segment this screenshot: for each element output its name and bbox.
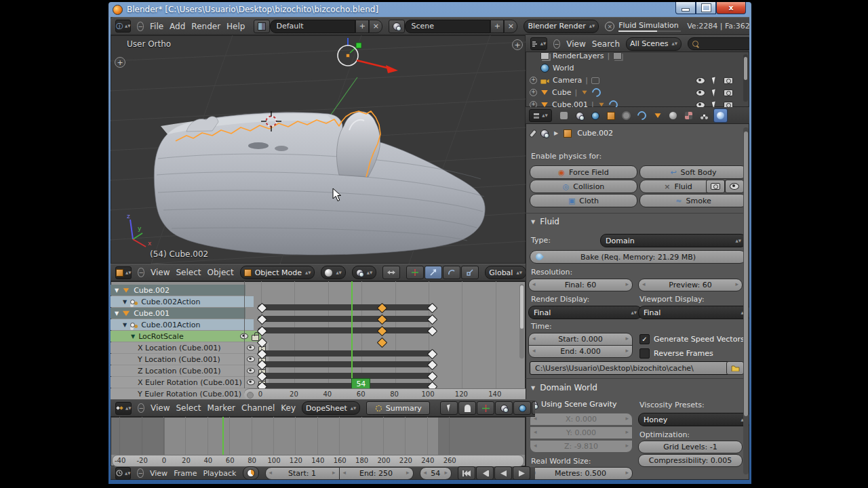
pivot-align-toggle[interactable] (382, 266, 400, 279)
channel-object[interactable]: ▼ Cube.002 (111, 285, 245, 296)
renderable-camera-icon[interactable] (724, 77, 733, 84)
menu-select[interactable]: Select (176, 268, 201, 277)
scene-icon[interactable] (389, 20, 405, 33)
play-button[interactable] (513, 466, 530, 480)
selectable-arrow-icon[interactable] (712, 89, 717, 96)
scene-field[interactable]: Scene (405, 20, 490, 33)
previous-keyframe-button[interactable] (476, 466, 494, 480)
visibility-eye-icon[interactable] (696, 77, 705, 84)
add-scene-button[interactable]: + (490, 20, 504, 33)
tab-scene[interactable] (573, 109, 586, 122)
channel-action[interactable]: ▼ Cube.002Action (111, 296, 254, 307)
filter-world-button[interactable] (513, 401, 531, 415)
editor-type-button-3dview[interactable]: ▲▼ (115, 266, 132, 279)
selectable-arrow-icon[interactable] (712, 101, 717, 107)
keyframe-range-bar[interactable] (258, 304, 435, 310)
renderable-camera-icon[interactable] (724, 89, 733, 96)
menu-select[interactable]: Select (176, 403, 201, 413)
metres-slider[interactable]: ◂Metres: 0.500▸ (528, 467, 633, 480)
tab-object[interactable] (604, 109, 617, 122)
cancel-job-button[interactable]: × (605, 22, 614, 31)
menu-file[interactable]: File (150, 22, 163, 31)
dopesheet-mode-dropdown[interactable]: DopeSheet▲▼ (302, 401, 360, 415)
viewport-3d[interactable]: z y x User Ortho (54) Cube.002 + + (111, 35, 526, 264)
tab-render[interactable] (557, 109, 570, 122)
visibility-eye-icon[interactable] (696, 89, 705, 96)
editor-type-button-outliner[interactable]: ▲▼ (530, 37, 547, 50)
keyframe-range-bar[interactable] (258, 327, 435, 333)
menu-view[interactable]: View (151, 268, 170, 277)
orientation-dropdown[interactable]: Global ▲▼ (485, 266, 526, 279)
current-frame-line[interactable] (222, 417, 224, 455)
tab-material[interactable] (667, 109, 679, 122)
tab-world[interactable] (589, 109, 601, 122)
dopesheet-scrollbar[interactable] (519, 284, 524, 359)
reverse-frames-checkbox[interactable] (639, 348, 650, 359)
screen-layout-field[interactable]: Default (270, 20, 355, 33)
toolbar-expand-icon[interactable]: + (115, 57, 125, 68)
speed-vectors-checkbox[interactable]: ✓ (639, 334, 650, 344)
keyframe-range-bar[interactable] (258, 361, 435, 367)
properties-scrollbar[interactable] (743, 127, 749, 474)
record-button[interactable] (243, 466, 259, 480)
ghost-button[interactable] (458, 401, 476, 415)
screen-layout-icon[interactable] (254, 20, 270, 33)
menu-search[interactable]: Search (592, 39, 620, 49)
summary-toggle[interactable]: Summary (366, 401, 430, 415)
compressibility-slider[interactable]: Compressibility: 0.005 (638, 454, 743, 467)
menu-render[interactable]: Render (191, 22, 220, 31)
browse-folder-button[interactable] (726, 361, 744, 375)
keyframe[interactable] (256, 337, 267, 348)
menu-view[interactable]: View (150, 469, 167, 478)
menu-add[interactable]: Add (170, 22, 185, 31)
tab-modifiers[interactable] (635, 109, 648, 122)
tab-physics[interactable] (713, 108, 728, 123)
pivot-dropdown[interactable]: ▲▼ (352, 266, 376, 279)
current-frame-line[interactable] (351, 281, 353, 388)
minimize-button[interactable] (675, 2, 696, 14)
jump-to-start-button[interactable] (458, 466, 475, 480)
keyframe-range-bar[interactable] (258, 316, 435, 322)
preview-resolution-slider[interactable]: ◂Preview: 60▸ (638, 279, 743, 291)
end-frame-field[interactable]: ◂End: 250▸ (340, 467, 414, 480)
manipulator-axis-button[interactable] (406, 266, 424, 279)
time-start-slider[interactable]: ◂Start: 0.000▸ (528, 333, 633, 346)
timeline-frame-ruler[interactable]: -40-200204060801001201401601802002202402… (112, 455, 524, 466)
window-titlebar[interactable]: Blender* [C:\Users\Usuario\Desktop\bizoc… (108, 2, 751, 17)
keyframe-selected[interactable] (377, 337, 388, 348)
domain-world-panel-header[interactable]: ▼ Domain World (531, 383, 597, 392)
editor-type-button-timeline[interactable]: ▲▼ (115, 467, 131, 480)
add-layout-button[interactable]: + (355, 20, 369, 33)
filter-screen-button[interactable] (532, 401, 535, 415)
time-end-slider[interactable]: ◂End: 4.000▸ (528, 345, 633, 358)
menu-channel[interactable]: Channel (241, 403, 275, 413)
outliner-search-input[interactable] (688, 37, 749, 50)
play-reverse-button[interactable] (494, 466, 512, 480)
fluid-type-dropdown[interactable]: Domain ▲▼ (600, 234, 747, 247)
fluid-button[interactable]: × Fluid (639, 180, 717, 193)
menu-playback[interactable]: Playback (203, 469, 236, 478)
timeline-editor[interactable]: -40-200204060801001201401601802002202402… (111, 417, 526, 466)
fluid-visibility-toggle[interactable] (725, 180, 744, 193)
manipulator-rotate-button[interactable] (443, 266, 460, 279)
collapse-menus-button[interactable]: − (553, 39, 561, 49)
force-field-button[interactable]: ◉ Force Field (530, 165, 637, 179)
collision-button[interactable]: ◎ Collision (530, 180, 637, 193)
viewport-display-dropdown[interactable]: Final▲▼ (638, 306, 749, 319)
cache-path-field[interactable]: C:\Users\Usuario\Desktop\bizochito\cache… (530, 361, 736, 375)
keyframe-range-bar[interactable] (258, 373, 435, 379)
menu-help[interactable]: Help (226, 22, 245, 31)
expand-icon[interactable]: + (530, 89, 537, 96)
display-filter-dropdown[interactable]: All Scenes ▲▼ (626, 37, 682, 51)
shading-dropdown[interactable]: ▲▼ (321, 266, 345, 279)
keyframe-range-bar[interactable] (258, 350, 435, 357)
pin-icon[interactable] (529, 129, 537, 138)
tab-particles[interactable] (698, 109, 711, 122)
gravity-z-slider[interactable]: ◂Z: -9.810▸ (530, 440, 633, 453)
tab-object-data[interactable] (651, 109, 664, 122)
menu-view[interactable]: View (566, 39, 585, 49)
delete-scene-button[interactable]: × (504, 20, 517, 33)
selectable-arrow-icon[interactable] (712, 77, 717, 84)
maximize-button[interactable] (696, 2, 716, 14)
current-frame-field[interactable]: ◂54▸ (420, 467, 452, 480)
